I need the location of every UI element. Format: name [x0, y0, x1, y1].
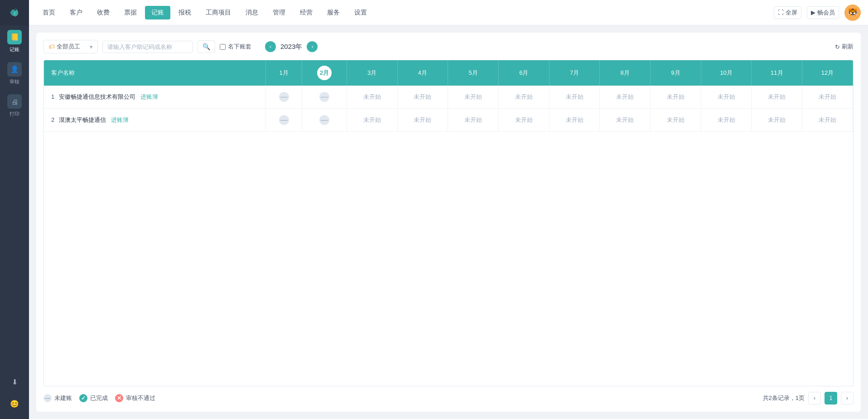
row-0-month-7: 未开始 — [600, 86, 651, 109]
sidebar-item-print[interactable]: 🖨 打印 — [0, 90, 29, 122]
pagination: 共2条记录，1页 ‹ 1 › — [763, 392, 854, 405]
status-not-started: 未开始 — [515, 116, 533, 123]
col-header-jun: 6月 — [498, 60, 549, 86]
col-header-jul: 7月 — [549, 60, 600, 86]
topnav: 首页客户收费票据记账报税工商项目消息管理经营服务设置 ⛶ 全屏 ▶ 畅会员 🐯 — [29, 0, 868, 25]
row-1-month-1: — — [302, 109, 347, 132]
sidebar-item-bookkeeping[interactable]: 📒 记账 — [0, 25, 29, 58]
avatar[interactable]: 🐯 — [844, 5, 861, 21]
row-0-month-0: — — [266, 86, 302, 109]
topnav-item-home[interactable]: 首页 — [36, 6, 62, 19]
tag-icon: 🏷 — [48, 43, 55, 50]
status-not-started: 未开始 — [464, 93, 482, 100]
search-button[interactable]: 🔍 — [198, 40, 215, 53]
status-not-started: 未开始 — [819, 93, 836, 100]
col-header-jan: 1月 — [266, 60, 302, 86]
prev-year-button[interactable]: ‹ — [265, 41, 276, 52]
row-0-month-5: 未开始 — [498, 86, 549, 109]
status-not-started: 未开始 — [718, 116, 735, 123]
enter-ledger-link[interactable]: 进账簿 — [140, 93, 158, 100]
sidebar: 📒 记账 👤 审核 🖨 打印 ⬇ 😊 — [0, 0, 29, 419]
topnav-item-service[interactable]: 服务 — [321, 6, 346, 19]
not-built-symbol: — — [45, 395, 50, 401]
row-1-month-0: — — [266, 109, 302, 132]
status-not-started: 未开始 — [464, 116, 482, 123]
row-1-month-11: 未开始 — [802, 109, 853, 132]
client-num: 2 — [51, 116, 54, 123]
row-0-name-cell: 1 安徽畅捷通信息技术有限公司 进账簿 — [44, 86, 266, 109]
total-records: 共2条记录，1页 — [763, 394, 805, 402]
topnav-item-settings[interactable]: 设置 — [348, 6, 373, 19]
enter-ledger-link[interactable]: 进账簿 — [111, 116, 129, 123]
col-header-name: 客户名称 — [44, 60, 266, 86]
support-icon: 😊 — [8, 397, 21, 410]
account-set-checkbox[interactable] — [220, 44, 226, 50]
status-not-started: 未开始 — [718, 93, 735, 100]
sidebar-item-audit[interactable]: 👤 审核 — [0, 58, 29, 90]
sidebar-bottom: ⬇ 😊 — [0, 372, 29, 419]
row-0-month-2: 未开始 — [347, 86, 397, 109]
status-not-started: 未开始 — [414, 116, 431, 123]
row-1-month-7: 未开始 — [600, 109, 651, 132]
row-1-month-4: 未开始 — [448, 109, 499, 132]
row-1-month-8: 未开始 — [651, 109, 701, 132]
col-header-apr: 4月 — [397, 60, 448, 86]
status-not-built: — — [279, 115, 289, 125]
row-1-month-10: 未开始 — [752, 109, 802, 132]
topnav-item-invoice[interactable]: 票据 — [118, 6, 143, 19]
member-label: 畅会员 — [817, 9, 835, 17]
topnav-item-manage[interactable]: 管理 — [266, 6, 292, 19]
print-icon: 🖨 — [7, 94, 22, 109]
row-0-month-3: 未开始 — [397, 86, 448, 109]
status-not-built: — — [319, 115, 329, 125]
row-1-month-6: 未开始 — [549, 109, 600, 132]
topnav-item-tax[interactable]: 报税 — [172, 6, 198, 19]
completed-dot: ✓ — [79, 394, 87, 402]
legend-not-built: — 未建账 — [43, 394, 72, 402]
year-label: 2023年 — [280, 43, 302, 51]
topnav-item-client[interactable]: 客户 — [63, 6, 89, 19]
topnav-item-operation[interactable]: 经营 — [294, 6, 319, 19]
current-month-circle: 2月 — [317, 66, 332, 80]
row-1-month-9: 未开始 — [701, 109, 752, 132]
current-page-button[interactable]: 1 — [825, 392, 837, 405]
prev-page-button[interactable]: ‹ — [808, 392, 821, 405]
topnav-item-business[interactable]: 工商项目 — [199, 6, 237, 19]
status-not-started: 未开始 — [667, 116, 685, 123]
topnav-right: ⛶ 全屏 ▶ 畅会员 🐯 — [774, 5, 861, 21]
row-0-month-4: 未开始 — [448, 86, 499, 109]
col-header-oct: 10月 — [701, 60, 752, 86]
content-card: 🏷 全部员工 ▾ 🔍 名下账套 ‹ 2023年 › — [36, 33, 861, 412]
account-set-checkbox-label[interactable]: 名下账套 — [220, 43, 251, 51]
next-page-button[interactable]: › — [841, 392, 854, 405]
topnav-item-message[interactable]: 消息 — [239, 6, 265, 19]
sidebar-item-download[interactable]: ⬇ — [0, 372, 29, 392]
row-1-month-5: 未开始 — [498, 109, 549, 132]
legend-rejected: ✕ 审核不通过 — [115, 394, 155, 402]
search-icon: 🔍 — [203, 43, 210, 50]
completed-symbol: ✓ — [81, 395, 86, 401]
member-button[interactable]: ▶ 畅会员 — [807, 6, 839, 19]
topnav-item-bookkeeping[interactable]: 记账 — [145, 6, 170, 19]
topnav-item-billing[interactable]: 收费 — [91, 6, 116, 19]
row-0-month-10: 未开始 — [752, 86, 802, 109]
not-built-label: 未建账 — [54, 394, 72, 402]
row-0-month-6: 未开始 — [549, 86, 600, 109]
client-search-input[interactable] — [102, 41, 193, 53]
employee-select[interactable]: 🏷 全部员工 ▾ — [43, 40, 98, 53]
fullscreen-button[interactable]: ⛶ 全屏 — [774, 6, 801, 19]
col-header-feb: 2月 — [302, 60, 347, 86]
sidebar-item-support[interactable]: 😊 — [0, 394, 29, 414]
table-wrap: 客户名称1月2月3月4月5月6月7月8月9月10月11月12月 1 安徽畅捷通信… — [43, 60, 854, 386]
fullscreen-icon: ⛶ — [778, 9, 784, 16]
row-1-month-3: 未开始 — [397, 109, 448, 132]
client-num: 1 — [51, 93, 54, 100]
rejected-symbol: ✕ — [117, 395, 121, 401]
content: 🏷 全部员工 ▾ 🔍 名下账套 ‹ 2023年 › — [29, 25, 868, 419]
audit-icon: 👤 — [7, 62, 22, 77]
col-header-aug: 8月 — [600, 60, 651, 86]
col-header-dec: 12月 — [802, 60, 853, 86]
refresh-button[interactable]: ↻ 刷新 — [835, 43, 854, 51]
next-year-button[interactable]: › — [307, 41, 318, 52]
table-row: 1 安徽畅捷通信息技术有限公司 进账簿 ——未开始未开始未开始未开始未开始未开始… — [44, 86, 853, 109]
